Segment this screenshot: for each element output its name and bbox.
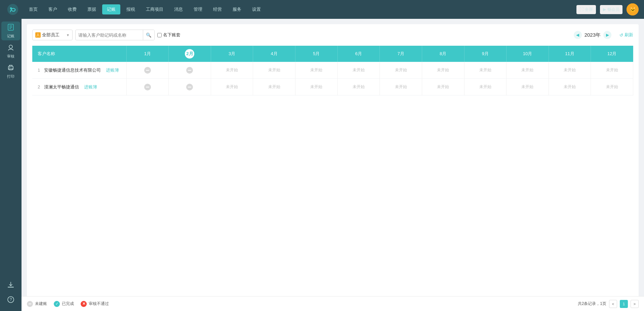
sidebar-label-print: 打印	[7, 74, 14, 79]
search-icon: 🔍	[146, 33, 152, 38]
year-navigation: ◀ 2023年 ▶	[574, 31, 611, 39]
fullscreen-button[interactable]: ⛶ 全屏	[576, 5, 596, 14]
feb-circle: 2月	[185, 49, 194, 59]
legend-rejected-label: 审核不通过	[89, 301, 109, 307]
col-nov: 11月	[549, 46, 591, 62]
search-input[interactable]	[76, 33, 143, 38]
row1-aug: 未开始	[422, 62, 464, 79]
nav-tax[interactable]: 报税	[122, 4, 140, 14]
search-button[interactable]: 🔍	[143, 30, 154, 40]
account-set-checkbox-wrap[interactable]: 名下账套	[157, 32, 180, 38]
row2-jan	[126, 79, 169, 95]
row2-nov: 未开始	[549, 79, 591, 95]
nav-customer[interactable]: 客户	[44, 4, 62, 14]
status-circle-r2m1	[144, 84, 151, 90]
nav-service[interactable]: 服务	[228, 4, 246, 14]
sidebar-item-audit[interactable]: 审核	[1, 42, 20, 61]
enter-link-1[interactable]: 进账簿	[106, 68, 119, 73]
toolbar: 人 全部员工 ▼ 🔍 名下账套 ◀ 2023年 ▶ ↺ 刷	[32, 30, 633, 40]
svg-rect-12	[8, 287, 14, 287]
status-circle-r1m1	[144, 67, 151, 74]
footer-bar: 未建账 ✓ 已完成 ✕ 审核不通过 共2条记录，1页 < 1 >	[22, 296, 644, 311]
page-1-button[interactable]: 1	[620, 300, 628, 308]
legend-dot-teal: ✓	[54, 301, 60, 307]
member-icon: ▶	[603, 7, 606, 12]
data-table: 客户名称 1月 2月 3月 4月 5月 6月 7月 8月 9月 10月 11月 …	[32, 46, 633, 95]
page-next-button[interactable]: >	[631, 300, 639, 308]
svg-point-8	[9, 45, 12, 48]
nav-messages[interactable]: 消息	[169, 4, 188, 14]
client-num-2: 2	[38, 84, 40, 89]
row1-mar: 未开始	[211, 62, 253, 79]
status-circle-r1m2	[186, 67, 193, 74]
row2-oct: 未开始	[507, 79, 549, 95]
legend-not-created: 未建账	[27, 301, 47, 307]
svg-text:?: ?	[10, 297, 12, 302]
content-card: 人 全部员工 ▼ 🔍 名下账套 ◀ 2023年 ▶ ↺ 刷	[27, 24, 639, 302]
top-navigation: 首页 客户 收费 票据 记账 报税 工商项目 消息 管理 经营 服务 设置 ⛶ …	[0, 0, 644, 19]
legend-rejected: ✕ 审核不通过	[81, 301, 109, 307]
nav-accounting[interactable]: 记账	[102, 4, 120, 14]
svg-point-0	[7, 4, 18, 15]
page-prev-button[interactable]: <	[609, 300, 617, 308]
client-cell-1: 1 安徽畅捷通信息技术有限公司 进账簿	[32, 62, 126, 79]
sidebar-item-print[interactable]: 打印	[1, 62, 20, 81]
nav-admin[interactable]: 管理	[189, 4, 207, 14]
nav-invoice[interactable]: 票据	[83, 4, 101, 14]
audit-icon	[7, 44, 14, 53]
year-next-button[interactable]: ▶	[603, 31, 611, 39]
nav-settings[interactable]: 设置	[247, 4, 266, 14]
status-circle-r2m2	[186, 84, 193, 90]
employee-selector[interactable]: 人 全部员工 ▼	[32, 30, 73, 40]
row2-dec: 未开始	[591, 79, 633, 95]
legend-completed-label: 已完成	[62, 301, 74, 307]
nav-business[interactable]: 工商项目	[141, 4, 168, 14]
client-name-2: 漠澜太平畅捷通信	[44, 84, 79, 89]
sidebar-label-audit: 审核	[7, 54, 14, 59]
sidebar-label-accounting: 记账	[7, 34, 14, 39]
pagination: 共2条记录，1页 < 1 >	[578, 300, 639, 308]
sidebar-item-accounting[interactable]: 记账	[1, 22, 20, 40]
nav-items: 首页 客户 收费 票据 记账 报税 工商项目 消息 管理 经营 服务 设置	[24, 4, 576, 14]
col-mar: 3月	[211, 46, 253, 62]
legend-dot-gray	[27, 301, 33, 307]
row2-jul: 未开始	[380, 79, 422, 95]
row1-jun: 未开始	[337, 62, 380, 79]
row2-apr: 未开始	[253, 79, 295, 95]
col-jul: 7月	[380, 46, 422, 62]
col-oct: 10月	[507, 46, 549, 62]
row1-dec: 未开始	[591, 62, 633, 79]
fullscreen-icon: ⛶	[579, 7, 583, 12]
col-jan: 1月	[126, 46, 169, 62]
row2-feb	[169, 79, 211, 95]
sidebar: 记账 审核 打印	[0, 19, 22, 311]
sidebar-help-icon[interactable]: ?	[5, 294, 17, 306]
enter-link-2[interactable]: 进账簿	[84, 84, 97, 89]
svg-point-1	[10, 7, 12, 9]
year-prev-button[interactable]: ◀	[574, 31, 582, 39]
row1-nov: 未开始	[549, 62, 591, 79]
member-button[interactable]: ▶ 畅会员	[600, 5, 622, 14]
table-header: 客户名称 1月 2月 3月 4月 5月 6月 7月 8月 9月 10月 11月 …	[32, 46, 633, 62]
legend-not-created-label: 未建账	[35, 301, 47, 307]
nav-home[interactable]: 首页	[24, 4, 42, 14]
col-may: 5月	[295, 46, 338, 62]
sidebar-bottom: ?	[5, 279, 17, 306]
row2-sep: 未开始	[464, 79, 507, 95]
row1-jul: 未开始	[380, 62, 422, 79]
sidebar-download-icon[interactable]	[5, 279, 17, 291]
account-set-checkbox[interactable]	[157, 33, 162, 37]
col-sep: 9月	[464, 46, 507, 62]
svg-text:🐱: 🐱	[630, 7, 636, 12]
app-logo[interactable]	[5, 2, 20, 17]
row1-sep: 未开始	[464, 62, 507, 79]
legend-dot-red: ✕	[81, 301, 87, 307]
row1-oct: 未开始	[507, 62, 549, 79]
col-dec: 12月	[591, 46, 633, 62]
employee-label: 全部员工	[42, 32, 65, 38]
refresh-button[interactable]: ↺ 刷新	[619, 32, 633, 38]
user-avatar[interactable]: 🐱	[627, 3, 639, 15]
nav-billing[interactable]: 收费	[63, 4, 81, 14]
row1-may: 未开始	[295, 62, 338, 79]
nav-operations[interactable]: 经营	[208, 4, 227, 14]
